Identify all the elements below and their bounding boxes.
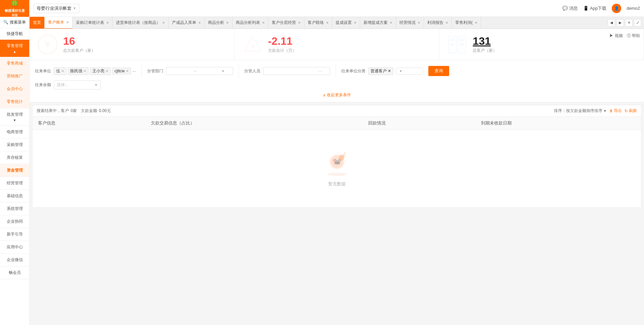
collapse-button[interactable]: ∧ 收起更多条件 xyxy=(35,92,639,98)
table-area: 搜索结果中，客户 0家 欠款金额 0.00元 排序：按欠款金额倒序排序 ▼ ⬆ xyxy=(32,105,641,208)
avatar[interactable]: 👤 xyxy=(612,4,621,13)
app-download-button[interactable]: 📱 App下载 xyxy=(583,5,606,11)
tab-customer-contact-close[interactable]: ✕ xyxy=(326,21,329,25)
sidebar-item-retail-stats[interactable]: 零售统计 xyxy=(0,96,29,108)
refresh-button[interactable]: ↻ 刷新 xyxy=(625,108,637,114)
tab-produce-stock-close[interactable]: ✕ xyxy=(198,21,201,25)
retail-mall-label: 零售商城 xyxy=(7,61,23,66)
tab-purchase-order-close[interactable]: ✕ xyxy=(106,21,109,25)
sidebar-item-finance-mgmt[interactable]: 资金管理 xyxy=(0,164,29,177)
tab-improve-settings[interactable]: 提成设置 ✕ xyxy=(332,17,360,29)
unit-tag-cjttcw-close[interactable]: ✕ xyxy=(126,69,129,73)
video-help-button[interactable]: ▶ 视频 xyxy=(609,33,622,39)
sort-label: 排序：按欠款金额倒序排序 xyxy=(554,108,602,114)
page-help: ▶ 视频 ① 帮助 xyxy=(609,33,640,39)
top-bar-left: 母婴行业演示帐套 ▼ xyxy=(34,4,79,13)
sidebar-item-app-center[interactable]: 应用中心 xyxy=(0,241,29,254)
wholesale-mgmt-label: 批发管理 xyxy=(7,112,23,117)
tab-new-improve-plan[interactable]: 新增提成方案 ✕ xyxy=(360,17,396,29)
tab-improve-settings-close[interactable]: ✕ xyxy=(354,21,356,25)
sidebar-item-enterprise-collab[interactable]: 企业协同 xyxy=(0,215,29,228)
empty-icon: 🐭 xyxy=(324,150,350,177)
sort-select[interactable]: 排序：按欠款金额倒序排序 ▼ xyxy=(554,108,607,114)
tab-goods-analysis-close[interactable]: ✕ xyxy=(226,21,229,25)
tab-operations-close[interactable]: ✕ xyxy=(418,21,420,25)
unit-tag-wang-close[interactable]: ✕ xyxy=(105,69,109,73)
unit-class-tag-normal-close[interactable]: ✕ xyxy=(388,69,391,73)
tab-customer-contact[interactable]: 客户联络 ✕ xyxy=(304,17,332,29)
username[interactable]: demo2 xyxy=(627,6,640,11)
sidebar-item-purchase-mgmt[interactable]: 采购管理 xyxy=(0,139,29,151)
table-toolbar: 搜索结果中，客户 0家 欠款金额 0.00元 排序：按欠款金额倒序排序 ▼ ⬆ xyxy=(33,105,641,117)
sidebar-item-basic-info[interactable]: 基础信息 xyxy=(0,190,29,203)
message-button[interactable]: 💬 消息 xyxy=(562,5,578,11)
tab-customer-tier[interactable]: 客户分层经营 ✕ xyxy=(268,17,304,29)
tab-close-all-button[interactable]: ✕ xyxy=(625,19,633,27)
sidebar-item-member-center[interactable]: 会员中心 xyxy=(0,83,29,96)
sidebar-item-marketing[interactable]: 营销推广 xyxy=(0,70,29,83)
divider-2 xyxy=(239,64,239,78)
unit-tags-more[interactable]: ··· xyxy=(132,69,136,74)
tab-purchase-stat-close[interactable]: ✕ xyxy=(162,21,165,25)
unit-tag-wang[interactable]: 王小亮 ✕ xyxy=(90,67,111,75)
sidebar-item-retail-mgmt[interactable]: 零售管理 ▲ xyxy=(0,40,29,57)
unit-tag-wu-close[interactable]: ✕ xyxy=(61,69,64,73)
dept-filter-select[interactable]: ··· ▼ xyxy=(166,67,233,75)
manager-filter-more[interactable]: ··· xyxy=(318,69,322,73)
sidebar-quicknav[interactable]: 快捷导航 xyxy=(0,28,29,40)
unit-tag-wu[interactable]: 伍 ✕ xyxy=(54,67,67,75)
tab-customers-close[interactable]: ✕ xyxy=(66,21,69,24)
tab-home[interactable]: 首页 xyxy=(30,17,45,29)
sidebar-item-sys-mgmt[interactable]: 系统管理 xyxy=(0,203,29,215)
store-dropdown-icon: ▼ xyxy=(73,6,76,10)
tab-next-button[interactable]: ▶ xyxy=(616,19,624,27)
tab-goods-analysis-list-close[interactable]: ✕ xyxy=(262,21,265,25)
sidebar-item-inventory[interactable]: 库存核算 xyxy=(0,151,29,164)
sidebar-item-enterprise-wechat[interactable]: 企业微信 xyxy=(0,254,29,266)
remainder-filter-select[interactable]: 选择... ▼ xyxy=(54,80,101,89)
chevron-down-icon: ▲ xyxy=(13,50,16,53)
unit-tag-chen-label: 陈民强 xyxy=(70,68,82,74)
new-guide-label: 新手引导 xyxy=(7,231,23,237)
tab-bar-controls: ◀ ▶ ✕ ⤢ xyxy=(605,19,644,27)
tab-retail-profit[interactable]: 零售利润( ✕ xyxy=(452,17,481,29)
tab-purchase-stat[interactable]: 进货单统计表（按商品） ✕ xyxy=(113,17,169,29)
sidebar-item-wholesale-mgmt[interactable]: 批发管理 ▼ xyxy=(0,108,29,126)
unit-tag-cjttcw[interactable]: cjttcw ✕ xyxy=(112,68,131,74)
tab-customers[interactable]: 客户账本 ✕ xyxy=(45,17,73,29)
unit-tag-chen[interactable]: 陈民强 ✕ xyxy=(68,67,89,75)
store-selector[interactable]: 母婴行业演示帐套 ▼ xyxy=(34,4,79,13)
tab-customer-tier-close[interactable]: ✕ xyxy=(298,21,301,25)
tab-goods-analysis-list[interactable]: 商品分析列表 ✕ xyxy=(232,17,268,29)
tab-new-improve-plan-close[interactable]: ✕ xyxy=(390,21,392,25)
tab-prev-button[interactable]: ◀ xyxy=(608,19,615,27)
search-label: 搜索菜单 xyxy=(10,20,26,25)
tab-goods-analysis[interactable]: 商品分析 ✕ xyxy=(205,17,232,29)
unit-class-filter-dropdown[interactable]: ▼ xyxy=(396,68,423,75)
unit-class-tag-normal[interactable]: 普通客户 ✕ xyxy=(368,67,393,75)
table-toolbar-left: 搜索结果中，客户 0家 欠款金额 0.00元 xyxy=(37,108,111,114)
tab-retail-profit-close[interactable]: ✕ xyxy=(475,21,477,25)
export-button[interactable]: ⬆ 导出 xyxy=(609,108,622,114)
tab-profit-report[interactable]: 利润报告 ✕ xyxy=(424,17,452,29)
tab-purchase-order[interactable]: 采购订单统计表 ✕ xyxy=(73,17,113,29)
query-button[interactable]: 查询 xyxy=(428,66,449,76)
doc-help-button[interactable]: ① 帮助 xyxy=(627,33,640,39)
sidebar-search[interactable]: 🔍 搜索菜单 xyxy=(0,17,29,28)
sidebar-item-ecommerce-mgmt[interactable]: 电商管理 xyxy=(0,126,29,139)
sidebar-item-new-guide[interactable]: 新手引导 xyxy=(0,228,29,241)
sidebar-item-vip-member[interactable]: 畅会员 xyxy=(0,266,29,279)
dept-filter-more[interactable]: ··· xyxy=(194,69,197,73)
tab-operations[interactable]: 经营情况 ✕ xyxy=(396,17,424,29)
manager-filter-select[interactable]: ··· xyxy=(263,67,330,75)
tab-produce-stock[interactable]: 产成品入库单 ✕ xyxy=(169,17,205,29)
tab-expand-button[interactable]: ⤢ xyxy=(634,19,641,27)
tab-profit-report-close[interactable]: ✕ xyxy=(445,21,448,25)
unit-tag-chen-close[interactable]: ✕ xyxy=(83,69,86,73)
overdue-customers-label: 总欠款客户（家） xyxy=(63,48,95,53)
stat-overdue-customers: ¥ 16 总欠款客户（家） xyxy=(30,29,234,60)
sidebar-item-ops-mgmt[interactable]: 经营管理 xyxy=(0,177,29,190)
export-icon: ⬆ xyxy=(609,109,613,113)
sidebar-item-retail-mall[interactable]: 零售商城 xyxy=(0,57,29,70)
sidebar-logo[interactable]: 🍀 畅捷通好生意 标版 xyxy=(0,0,29,17)
